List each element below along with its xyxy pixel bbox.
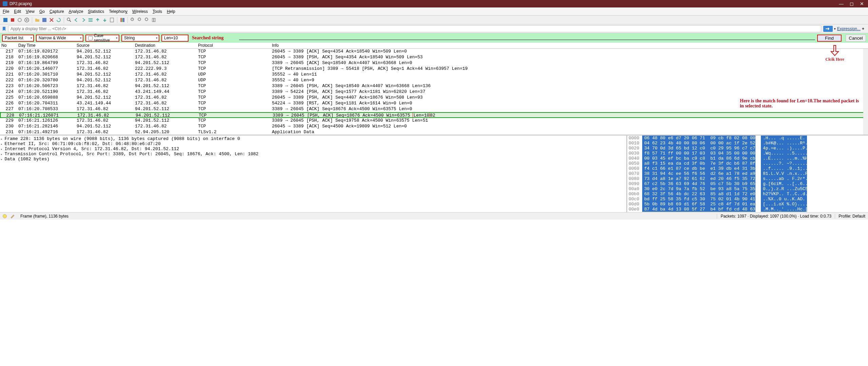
svg-rect-12 <box>120 18 122 22</box>
menu-view[interactable]: View <box>26 9 35 14</box>
expression-button[interactable]: Expression... <box>837 26 861 31</box>
column-protocol[interactable]: Protocol <box>197 43 271 48</box>
find-packet-icon[interactable] <box>66 17 73 23</box>
auto-scroll-icon[interactable] <box>108 17 115 23</box>
goto-first-icon[interactable] <box>94 17 101 23</box>
packet-details-pane[interactable]: Frame 228: 1136 bytes on wire (9088 bits… <box>0 136 627 212</box>
detail-line[interactable]: Transmission Control Protocol, Src Port:… <box>0 151 626 157</box>
column-time[interactable]: Day Time <box>17 43 75 48</box>
search-value-input[interactable]: Len=10 <box>161 35 189 42</box>
hex-row[interactable]: 002034 70 0d 3d 65 bd 12 c0 c0 29 95 96 … <box>627 146 868 151</box>
go-forward-icon[interactable] <box>80 17 87 23</box>
hex-row[interactable]: 0030f8 57 71 ff 00 00 17 03 03 04 35 00 … <box>627 151 868 156</box>
packet-row[interactable]: 23007:16:21.28214694.201.52.112172.31.46… <box>0 124 868 129</box>
menu-wireless[interactable]: Wireless <box>132 9 148 14</box>
search-charset-select[interactable]: Narrow & Wide <box>36 35 83 42</box>
packet-row[interactable]: 22207:16:20.32078094.201.52.112172.31.46… <box>0 78 868 83</box>
close-button[interactable]: ✕ <box>860 1 864 6</box>
expert-info-icon[interactable] <box>3 214 7 218</box>
stop-capture-icon[interactable] <box>9 17 16 23</box>
save-file-icon[interactable] <box>41 17 48 23</box>
packet-row[interactable]: 22507:16:20.65988894.201.52.112172.31.46… <box>0 95 868 101</box>
hex-row[interactable]: 009067 c2 5b 36 63 69 4d 76 05 c7 5b 30 … <box>627 181 868 186</box>
svg-rect-5 <box>42 18 46 22</box>
packet-row[interactable]: 22607:16:20.70431143.241.149.44172.31.46… <box>0 101 868 106</box>
packet-row[interactable]: 22407:16:20.521190172.31.46.8243.241.149… <box>0 89 868 95</box>
hex-row[interactable]: 00a030 e0 2c 7d 9a 7a fb 52 be 93 a8 5a … <box>627 186 868 191</box>
edit-capture-comment-icon[interactable] <box>10 214 16 219</box>
search-type-select[interactable]: String <box>121 35 159 42</box>
menu-help[interactable]: Help <box>167 9 175 14</box>
open-file-icon[interactable] <box>34 17 41 23</box>
hex-row[interactable]: 000006 48 80 e6 d7 20 06 71 09 cb f8 02 … <box>627 136 868 141</box>
zoom-reset-icon[interactable] <box>144 17 151 23</box>
hex-row[interactable]: 007038 31 94 4c ee 56 f6 56 d2 6e a1 78 … <box>627 171 868 176</box>
dropdown-arrow-icon[interactable]: ▾ <box>834 27 836 30</box>
hex-row[interactable]: 00c0bd ff 25 58 35 fd c5 30 75 02 01 4b … <box>627 197 868 202</box>
reload-icon[interactable] <box>55 17 62 23</box>
vertical-scrollbar[interactable] <box>863 49 868 135</box>
close-file-icon[interactable] <box>48 17 55 23</box>
hex-row[interactable]: 0050a8 f3 15 ea da cd 3f 0b 7e 3f dc b6 … <box>627 161 868 166</box>
hex-row[interactable]: 008073 d4 a8 1e a7 92 61 62 ed 20 46 f5 … <box>627 176 868 181</box>
packet-row[interactable]: 22307:16:20.506723172.31.46.8294.201.52.… <box>0 83 868 89</box>
hex-row[interactable]: 0060f4 c1 66 e1 87 ce db be e1 39 db e4 … <box>627 166 868 171</box>
menu-edit[interactable]: Edit <box>14 9 21 14</box>
packet-row[interactable]: 23107:16:21.492716172.31.46.8252.94.205.… <box>0 129 868 135</box>
detail-line[interactable]: Ethernet II, Src: 06:71:09:cb:f8:02, Dst… <box>0 141 626 146</box>
column-source[interactable]: Source <box>75 43 134 48</box>
filter-bar: ▾ Expression... + <box>0 24 868 33</box>
menu-file[interactable]: File <box>3 9 9 14</box>
find-packet-bar: Packet list Narrow & Wide Case sensitive… <box>0 33 868 43</box>
case-sensitive-checkbox[interactable]: Case sensitive <box>85 35 119 42</box>
menu-telephony[interactable]: Telephony <box>109 9 127 14</box>
menu-statistics[interactable]: Statistics <box>88 9 104 14</box>
detail-line[interactable]: Internet Protocol Version 4, Src: 172.31… <box>0 146 626 151</box>
search-in-select[interactable]: Packet list <box>2 35 34 42</box>
goto-packet-icon[interactable] <box>87 17 94 23</box>
hex-row[interactable]: 004000 03 45 ef bc ba c9 c8 b1 da 86 6d … <box>627 156 868 161</box>
packet-row[interactable]: 21907:16:19.864799172.31.46.8294.201.52.… <box>0 60 868 66</box>
apply-filter-button[interactable] <box>823 26 833 32</box>
column-info[interactable]: Info <box>271 43 868 48</box>
column-no[interactable]: No <box>0 43 17 48</box>
packet-row[interactable]: 22007:16:20.146077172.31.46.82222.222.99… <box>0 66 868 72</box>
detail-line[interactable]: Frame 228: 1136 bytes on wire (9088 bits… <box>0 136 626 141</box>
svg-line-7 <box>70 20 71 22</box>
hex-row[interactable]: 00b068 32 3f 56 4b dc 22 63 85 a8 d1 1d … <box>627 191 868 197</box>
start-capture-icon[interactable] <box>2 17 9 23</box>
hex-row[interactable]: 00d05b 0b 89 b8 69 d1 6f 58 25 c8 4f 7d … <box>627 202 868 207</box>
hex-row[interactable]: 00e087 4d ba 4d 13 08 5f 27 b4 bf fd cd … <box>627 207 868 212</box>
zoom-in-icon[interactable]: + <box>130 17 136 23</box>
add-filter-button[interactable]: + <box>862 26 867 31</box>
maximize-button[interactable]: ◻ <box>850 1 854 6</box>
packet-row[interactable]: 22707:16:20.708533172.31.46.8294.201.52.… <box>0 106 868 112</box>
packet-row[interactable]: 22807:16:21.126071172.31.46.8294.201.52.… <box>0 112 868 118</box>
find-button[interactable]: Find <box>817 35 842 42</box>
packet-row[interactable]: 22907:16:21.126126172.31.46.8294.201.52.… <box>0 118 868 124</box>
packet-row[interactable]: 21807:16:19.82066894.201.52.112172.31.46… <box>0 55 868 60</box>
cancel-button[interactable]: Cancel <box>846 35 866 42</box>
go-back-icon[interactable] <box>73 17 80 23</box>
zoom-out-icon[interactable]: - <box>137 17 143 23</box>
colorize-icon[interactable] <box>119 17 126 23</box>
menu-go[interactable]: Go <box>39 9 45 14</box>
packet-row[interactable]: 22107:16:20.30171094.201.52.112172.31.46… <box>0 72 868 78</box>
status-profile[interactable]: Profile: Default <box>835 214 865 219</box>
hex-row[interactable]: 001004 62 23 4b 40 00 80 06 00 00 ac 1f … <box>627 141 868 146</box>
display-filter-input[interactable] <box>8 25 821 32</box>
minimize-button[interactable]: — <box>839 1 844 6</box>
menu-tools[interactable]: Tools <box>153 9 162 14</box>
restart-capture-icon[interactable] <box>16 17 23 23</box>
packet-bytes-pane[interactable]: 000006 48 80 e6 d7 20 06 71 09 cb f8 02 … <box>627 136 868 212</box>
detail-line[interactable]: Data (1082 bytes) <box>0 157 626 162</box>
packet-row[interactable]: 21707:16:19.82017294.201.52.112172.31.46… <box>0 49 868 55</box>
bookmark-icon[interactable] <box>1 26 7 32</box>
menu-analyze[interactable]: Analyze <box>69 9 83 14</box>
column-destination[interactable]: Destination <box>134 43 197 48</box>
capture-options-icon[interactable] <box>23 17 30 23</box>
title-bar: DP2.pcapng — ◻ ✕ <box>0 0 868 7</box>
goto-last-icon[interactable] <box>101 17 108 23</box>
resize-columns-icon[interactable] <box>151 17 158 23</box>
menu-capture[interactable]: Capture <box>50 9 64 14</box>
